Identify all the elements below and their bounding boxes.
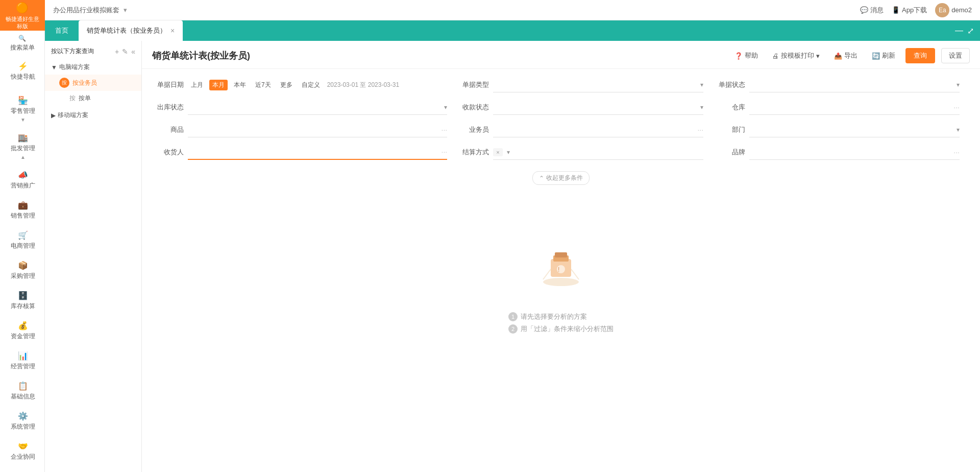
enterprise-label: 企业协同 <box>11 453 35 461</box>
refresh-icon: 🔄 <box>872 52 880 60</box>
receiver-label: 收货人 <box>152 148 188 157</box>
export-btn[interactable]: 📤 导出 <box>830 49 862 62</box>
sidebar-item-sales[interactable]: 💼 销售管理 <box>0 195 44 225</box>
mobile-group-header[interactable]: ▶ 移动端方案 <box>45 108 141 123</box>
sidebar-item-inventory[interactable]: 🗄️ 库存核算 <box>0 286 44 316</box>
sidebar: 🟠 畅捷通好生意 标版 🔍 搜索菜单 ⚡ 快捷导航 🏪 零售管理 ▼ 🏬 批发管… <box>0 0 45 472</box>
sidebar-item-marketing[interactable]: 📣 营销推广 <box>0 165 44 195</box>
goods-control[interactable]: ··· <box>188 122 447 137</box>
panel-add-btn[interactable]: + <box>115 48 119 56</box>
sidebar-item-retail[interactable]: 🏪 零售管理 ▼ <box>0 90 44 128</box>
receipt-status-control[interactable]: ▾ <box>493 100 703 115</box>
logo-icon: 🟠 <box>16 1 29 14</box>
help-btn[interactable]: ❓ 帮助 <box>730 49 762 62</box>
svg-line-6 <box>543 269 551 279</box>
tab-active[interactable]: 销货单统计表（按业务员） × <box>79 20 183 41</box>
out-status-control[interactable]: ▾ <box>188 100 447 115</box>
sidebar-item-quicknav[interactable]: ⚡ 快捷导航 <box>0 56 44 86</box>
message-btn[interactable]: 💬 消息 <box>860 6 884 15</box>
username-label: demo2 <box>951 6 972 14</box>
payment-dropdown-icon: ▾ <box>507 149 510 156</box>
brand-dots-btn[interactable]: ··· <box>953 148 960 156</box>
date-label: 单据日期 <box>152 80 188 89</box>
dropdown-icon[interactable]: ▾ <box>124 6 127 14</box>
panel-header-icons: + ✎ « <box>115 48 135 56</box>
right-panel: 销货单统计表(按业务员) ❓ 帮助 🖨 按模板打印 ▾ 📤 导出 <box>142 41 980 472</box>
collapse-btn[interactable]: ⌃ 收起更多条件 <box>532 171 590 185</box>
sidebar-item-search[interactable]: 🔍 搜索菜单 <box>8 31 37 56</box>
sidebar-item-purchase[interactable]: 📦 采购管理 <box>0 255 44 286</box>
receiver-dots-btn[interactable]: ··· <box>442 148 448 156</box>
message-icon: 💬 <box>860 6 868 14</box>
date-filter: 上月 本月 本年 近7天 更多 自定义 2023-03-01 至 2023-03… <box>188 80 447 90</box>
payment-tag: × <box>493 148 502 156</box>
basic-icon: 📋 <box>18 381 28 391</box>
by-bill-label: 按单 <box>79 94 91 103</box>
filter-row-2: 出库状态 ▾ 收款状态 ▾ 仓库 <box>152 100 970 115</box>
tab-maximize-btn[interactable]: ⤢ <box>967 26 974 36</box>
sidebar-item-ecommerce[interactable]: 🛒 电商管理 <box>0 225 44 255</box>
tab-close-btn[interactable]: × <box>170 27 175 35</box>
query-label: 查询 <box>914 51 927 60</box>
sidebar-item-wholesale[interactable]: 🏬 批发管理 ▲ <box>0 128 44 165</box>
tree-group-mobile: ▶ 移动端方案 <box>45 106 141 123</box>
svg-line-7 <box>571 269 579 279</box>
sidebar-item-system[interactable]: ⚙️ 系统管理 <box>0 406 44 436</box>
sidebar-item-basic[interactable]: 📋 基础信息 <box>0 376 44 406</box>
date-tab-this-year[interactable]: 本年 <box>231 80 249 90</box>
sidebar-item-operation[interactable]: 📊 经营管理 <box>0 346 44 376</box>
payment-control[interactable]: × ▾ <box>493 145 703 160</box>
pc-group-expand-icon: ▼ <box>51 64 57 71</box>
date-tab-custom[interactable]: 自定义 <box>299 80 323 90</box>
date-tab-more[interactable]: 更多 <box>277 80 296 90</box>
salesperson-control[interactable]: ··· <box>493 122 703 137</box>
tree-item-by-salesperson[interactable]: 按 按业务员 <box>45 75 141 91</box>
receiver-control[interactable]: ··· <box>188 145 447 160</box>
tab-end-icons: — ⤢ <box>955 26 980 36</box>
goods-dots-btn[interactable]: ··· <box>442 126 448 134</box>
refresh-btn[interactable]: 🔄 刷新 <box>868 49 899 62</box>
export-icon: 📤 <box>834 52 842 60</box>
goods-label: 商品 <box>152 125 188 134</box>
sidebar-item-finance[interactable]: 💰 资金管理 <box>0 316 44 346</box>
bill-status-control[interactable]: ▾ <box>749 77 960 92</box>
system-icon: ⚙️ <box>18 411 28 421</box>
panel-edit-btn[interactable]: ✎ <box>122 48 128 56</box>
sidebar-search-label: 搜索菜单 <box>10 43 35 52</box>
warehouse-dots-btn[interactable]: ··· <box>953 103 960 111</box>
date-tab-last-month[interactable]: 上月 <box>188 80 206 90</box>
bill-type-control[interactable]: ▾ <box>493 77 703 92</box>
page-actions: ❓ 帮助 🖨 按模板打印 ▾ 📤 导出 🔄 刷新 <box>730 48 970 63</box>
out-status-label: 出库状态 <box>152 103 188 112</box>
brand-control[interactable]: ··· <box>749 145 960 160</box>
sidebar-logo: 🟠 畅捷通好生意 标版 <box>0 0 45 31</box>
salesperson-dots-btn[interactable]: ··· <box>697 126 703 134</box>
pc-group-header[interactable]: ▼ 电脑端方案 <box>45 60 141 75</box>
query-btn[interactable]: 查询 <box>905 48 935 63</box>
panel-collapse-btn[interactable]: « <box>131 48 135 56</box>
date-tab-this-month[interactable]: 本月 <box>209 80 228 90</box>
template-print-btn[interactable]: 🖨 按模板打印 ▾ <box>768 49 824 62</box>
dept-control[interactable]: ▾ <box>749 122 960 137</box>
retail-label: 零售管理 <box>11 107 35 115</box>
filter-cell-out-status: 出库状态 ▾ <box>152 100 457 115</box>
date-tab-7days[interactable]: 近7天 <box>252 80 274 90</box>
sidebar-item-newuser[interactable]: 🚀 新手引导 <box>0 466 44 472</box>
page-header: 销货单统计表(按业务员) ❓ 帮助 🖨 按模板打印 ▾ 📤 导出 <box>142 41 980 69</box>
payment-tag-close-btn[interactable]: × <box>496 149 499 155</box>
sidebar-item-enterprise[interactable]: 🤝 企业协同 <box>0 436 44 466</box>
system-label: 系统管理 <box>11 422 35 431</box>
hint-2-text: 用「过滤」条件来缩小分析范围 <box>521 324 614 334</box>
tab-minimize-btn[interactable]: — <box>955 26 963 36</box>
payment-label: 结算方式 <box>457 148 493 157</box>
app-download-btn[interactable]: 📱 App下载 <box>892 6 927 15</box>
tabbar: 首页 销货单统计表（按业务员） × — ⤢ <box>45 20 980 41</box>
basic-label: 基础信息 <box>11 392 35 401</box>
settings-btn[interactable]: 设置 <box>941 48 970 63</box>
wholesale-label: 批发管理 <box>11 144 35 153</box>
user-avatar-btn[interactable]: Ea demo2 <box>935 3 972 17</box>
tree-sub-item-by-bill[interactable]: 按 按单 <box>45 91 141 106</box>
avatar: Ea <box>935 3 949 17</box>
tab-home[interactable]: 首页 <box>45 20 79 41</box>
warehouse-control[interactable]: ··· <box>749 100 960 115</box>
